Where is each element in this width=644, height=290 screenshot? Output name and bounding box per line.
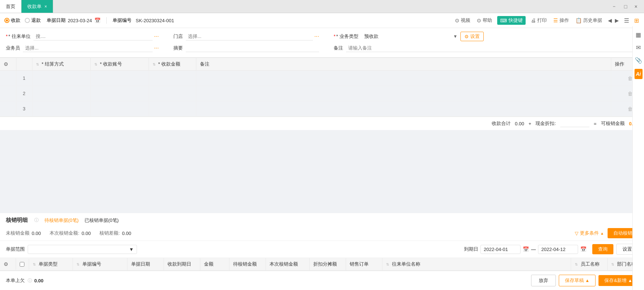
- summary-input[interactable]: [186, 44, 319, 52]
- sort-counterparty[interactable]: ⇅: [386, 262, 389, 266]
- staff-more-icon[interactable]: ···: [154, 45, 159, 51]
- counterparty-more-icon[interactable]: ···: [154, 33, 159, 40]
- counterparty-input[interactable]: [34, 32, 153, 40]
- date-label: 单据日期: [47, 17, 66, 24]
- operate-btn[interactable]: ☰ 操作: [552, 16, 570, 24]
- unverified-value: 0.00: [32, 231, 41, 236]
- date-from-calendar-icon[interactable]: 📅: [523, 246, 529, 252]
- delete-icon-3[interactable]: 🗑: [628, 106, 633, 112]
- layout-list-icon[interactable]: ☰: [623, 16, 630, 25]
- total-label: 收款合计: [492, 120, 511, 127]
- td-settlement-2[interactable]: [32, 86, 90, 101]
- td-settlement-3[interactable]: [32, 101, 90, 117]
- print-btn[interactable]: 🖨 打印: [529, 16, 548, 24]
- code-value[interactable]: SK-20230324-001: [136, 18, 174, 23]
- pending-tab[interactable]: 待核销单据(0笔): [44, 217, 79, 224]
- td-account-3[interactable]: [90, 101, 149, 117]
- code-label: 单据编号: [113, 17, 131, 24]
- td-remark-2[interactable]: [196, 86, 611, 101]
- more-conditions-btn[interactable]: ▽ 更多条件 ▲: [575, 230, 604, 236]
- date-to-calendar-icon[interactable]: 📅: [580, 246, 586, 252]
- done-tab[interactable]: 已核销单据(0笔): [85, 217, 119, 224]
- date-filter: 到期日 📅 — 📅: [464, 245, 586, 254]
- td-amount-3[interactable]: [149, 101, 196, 117]
- remark-input[interactable]: [346, 44, 638, 52]
- td-remark-1[interactable]: [196, 71, 611, 86]
- delete-icon-1[interactable]: 🗑: [628, 75, 633, 81]
- calendar-icon[interactable]: 📅: [94, 17, 101, 23]
- td-account-2[interactable]: [90, 86, 149, 101]
- win-minimize-btn[interactable]: －: [609, 3, 619, 11]
- sort-icon-settlement[interactable]: ⇅: [36, 62, 39, 66]
- table-gear-icon[interactable]: ⚙: [4, 61, 8, 67]
- sort-doctype[interactable]: ⇅: [33, 262, 36, 266]
- biztype-dropdown-icon[interactable]: ▼: [453, 34, 458, 39]
- td-amount-2[interactable]: [149, 86, 196, 101]
- date-value[interactable]: 2023-03-24: [68, 18, 92, 23]
- radio-receipt[interactable]: 收款: [4, 17, 20, 24]
- td-settlement-1[interactable]: [32, 71, 90, 86]
- select-all-checkbox[interactable]: [20, 262, 24, 267]
- sort-dept[interactable]: ⇅: [611, 262, 614, 266]
- store-more-icon[interactable]: ···: [314, 33, 319, 40]
- help-btn[interactable]: ⊙ 帮助: [475, 16, 494, 24]
- date-from-input[interactable]: [480, 245, 521, 254]
- radio-group: 收款 退款: [4, 17, 41, 24]
- table-wrapper: ⚙ ⇅ * 结算方式 ⇅ * 收款账号 ⇅ * 收: [0, 58, 644, 117]
- store-input[interactable]: [186, 32, 313, 40]
- date-to-input[interactable]: [538, 245, 578, 254]
- settings-btn[interactable]: ⚙ 设置: [460, 32, 484, 41]
- query-btn[interactable]: 查询: [592, 244, 613, 254]
- abandon-btn[interactable]: 放弃: [531, 275, 556, 286]
- th-settings[interactable]: ⚙: [0, 58, 16, 71]
- rth-duedate: 收款到期日: [164, 258, 200, 270]
- shortcut-btn[interactable]: ⌨ 快捷键: [497, 16, 526, 25]
- history-icon: 📋: [576, 17, 582, 23]
- tab-home[interactable]: 首页: [0, 0, 21, 13]
- sort-docno[interactable]: ⇅: [76, 262, 79, 266]
- reconcile-info-icon[interactable]: ⓘ: [34, 217, 39, 223]
- save-draft-arrow-icon: ▲: [585, 278, 590, 283]
- staff-input[interactable]: [23, 44, 153, 52]
- top-toolbar: 收款 退款 单据日期 2023-03-24 📅 单据编号 SK-20230324…: [0, 13, 644, 28]
- radio-refund-label: 退款: [31, 17, 41, 24]
- next-arrow[interactable]: ▶: [614, 17, 620, 24]
- range-select[interactable]: ▼: [28, 245, 137, 254]
- tab-receipt[interactable]: 收款单 ×: [21, 0, 53, 13]
- rth-settings[interactable]: ⚙: [0, 258, 16, 270]
- history-btn[interactable]: 📋 历史单据: [574, 16, 604, 24]
- td-remark-3[interactable]: [196, 101, 611, 117]
- delete-icon-2[interactable]: 🗑: [628, 91, 633, 97]
- td-amount-1[interactable]: [149, 71, 196, 86]
- video-btn[interactable]: ⊙ 视频: [453, 16, 472, 24]
- bottom-section: 核销明细 ⓘ 待核销单据(0笔) 已核销单据(0笔) 未核销金额 0.00 本次…: [0, 212, 644, 271]
- sort-icon-amount[interactable]: ⇅: [153, 62, 156, 66]
- sort-staff[interactable]: ⇅: [575, 262, 578, 266]
- sidebar-mail-icon[interactable]: ✉: [635, 42, 642, 53]
- tab-close-icon[interactable]: ×: [44, 4, 47, 9]
- footer-info-icon[interactable]: ⓘ: [28, 278, 32, 284]
- sort-icon-account[interactable]: ⇅: [94, 62, 97, 66]
- td-account-1[interactable]: [90, 71, 149, 86]
- prev-arrow[interactable]: ◀: [607, 17, 613, 24]
- summary-label: 摘要: [173, 45, 183, 51]
- print-icon: 🖨: [531, 17, 536, 23]
- save-draft-btn[interactable]: 保存草稿 ▲: [559, 275, 596, 286]
- page-footer: 本单上欠 ⓘ 0.00 放弃 保存草稿 ▲ 保存&新增 ▲: [0, 271, 644, 290]
- rth-checkbox[interactable]: [16, 259, 29, 270]
- rth-gear-icon[interactable]: ⚙: [4, 261, 8, 267]
- sidebar-table-icon[interactable]: ▦: [634, 29, 643, 40]
- radio-refund[interactable]: 退款: [25, 17, 41, 24]
- win-close-btn[interactable]: ×: [632, 3, 640, 10]
- th-amount: ⇅ * 收款金额: [149, 58, 196, 71]
- layout-grid-icon[interactable]: ⊞: [633, 16, 640, 25]
- table-body: 1 🗑 ⊕ 2: [0, 71, 644, 117]
- staff-label: 业务员: [6, 45, 20, 51]
- sidebar-clip-icon[interactable]: 📎: [633, 55, 644, 66]
- win-maximize-btn[interactable]: □: [622, 3, 629, 10]
- main-content: 收款 退款 单据日期 2023-03-24 📅 单据编号 SK-20230324…: [0, 13, 644, 290]
- discount-input[interactable]: [560, 120, 589, 127]
- due-date-label: 到期日: [464, 246, 478, 252]
- sidebar-ai-icon[interactable]: Ai: [635, 69, 643, 79]
- td-rownum-2: 2: [16, 86, 32, 101]
